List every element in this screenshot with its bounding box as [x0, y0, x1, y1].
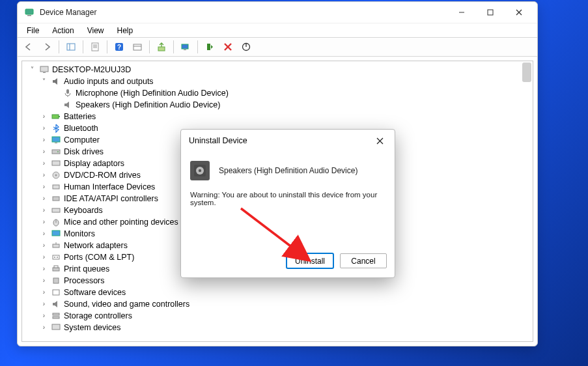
svg-rect-24 — [43, 72, 46, 73]
expand-icon[interactable]: › — [40, 125, 48, 132]
separator — [107, 40, 107, 53]
action-properties-button[interactable] — [129, 39, 146, 55]
svg-rect-55 — [52, 324, 60, 330]
back-button[interactable] — [20, 39, 37, 55]
svg-rect-33 — [52, 161, 60, 165]
display-icon — [51, 159, 61, 169]
expand-icon[interactable]: › — [40, 266, 48, 273]
maximize-button[interactable] — [476, 3, 505, 22]
expand-icon[interactable]: › — [40, 113, 48, 120]
expand-icon[interactable]: › — [40, 313, 48, 320]
svg-rect-17 — [182, 44, 188, 49]
help-button[interactable]: ? — [111, 39, 128, 55]
svg-text:?: ? — [117, 44, 121, 51]
uninstall-device-button[interactable] — [219, 39, 236, 55]
svg-rect-52 — [53, 290, 59, 295]
svg-rect-19 — [207, 44, 210, 50]
toolbar: ? — [18, 37, 537, 57]
expand-icon[interactable]: › — [40, 219, 48, 226]
update-driver-button[interactable] — [153, 39, 170, 55]
expand-icon[interactable]: › — [40, 254, 48, 261]
minimize-button[interactable] — [447, 3, 476, 22]
dialog-device-row: Speakers (High Definition Audio Device) — [190, 161, 385, 180]
close-button[interactable] — [505, 3, 533, 22]
enable-device-button[interactable] — [201, 39, 218, 55]
monitor-icon — [51, 229, 61, 239]
menu-view[interactable]: View — [82, 25, 109, 36]
expand-icon[interactable]: › — [40, 160, 48, 167]
svg-rect-23 — [40, 66, 48, 72]
expand-icon[interactable]: › — [40, 301, 48, 308]
tree-system-devices[interactable]: ›System devices — [40, 322, 533, 333]
svg-rect-18 — [184, 49, 186, 50]
menu-file[interactable]: File — [21, 25, 44, 36]
scan-hardware-button[interactable] — [177, 39, 194, 55]
separator — [173, 40, 174, 53]
battery-icon — [51, 112, 61, 122]
expand-icon[interactable]: › — [40, 148, 48, 156]
tree-software-devices[interactable]: ›Software devices — [40, 287, 533, 298]
collapse-icon[interactable]: ˅ — [29, 66, 36, 74]
optical-drive-icon — [51, 171, 61, 180]
show-hide-console-tree-button[interactable] — [63, 39, 79, 55]
cancel-button[interactable]: Cancel — [340, 253, 387, 268]
expand-icon[interactable]: › — [40, 195, 48, 203]
dialog-title: Uninstall Device — [189, 136, 247, 145]
svg-rect-29 — [52, 137, 60, 142]
titlebar: Device Manager — [18, 2, 537, 23]
separator — [197, 40, 198, 53]
svg-rect-1 — [27, 15, 31, 16]
printer-icon — [51, 264, 61, 274]
separator — [83, 40, 83, 53]
forward-button[interactable] — [38, 39, 55, 55]
system-icon — [51, 323, 61, 333]
svg-rect-8 — [92, 43, 98, 51]
svg-rect-50 — [54, 266, 58, 268]
expand-icon[interactable]: › — [40, 184, 48, 191]
svg-rect-6 — [67, 44, 75, 50]
tree-audio[interactable]: ˅ Audio inputs and outputs — [40, 76, 533, 87]
keyboard-icon — [51, 206, 61, 216]
dialog-device-name: Speakers (High Definition Audio Device) — [219, 166, 357, 175]
menu-action[interactable]: Action — [47, 25, 79, 36]
svg-rect-37 — [53, 197, 59, 201]
expand-icon[interactable]: › — [40, 172, 48, 179]
svg-point-60 — [199, 169, 201, 172]
svg-rect-27 — [52, 115, 59, 119]
tree-microphone[interactable]: Microphone (High Definition Audio Device… — [52, 87, 533, 99]
expand-icon[interactable]: › — [40, 231, 48, 238]
storage-icon — [51, 311, 61, 321]
expand-icon[interactable]: › — [40, 289, 48, 296]
scrollbar-thumb[interactable] — [522, 63, 531, 82]
tree-sound-video[interactable]: ›Sound, video and game controllers — [40, 298, 533, 310]
disable-device-button[interactable] — [238, 39, 255, 55]
menu-help[interactable]: Help — [112, 25, 139, 36]
tree-root-label: DESKTOP-M2UUJ3D — [52, 64, 131, 76]
svg-point-32 — [57, 151, 59, 152]
svg-rect-30 — [55, 143, 57, 143]
svg-rect-0 — [25, 9, 33, 14]
audio-icon — [51, 300, 61, 309]
uninstall-device-dialog: Uninstall Device Speakers (High Definiti… — [180, 129, 395, 278]
tree-batteries[interactable]: ›Batteries — [40, 111, 533, 122]
cpu-icon — [51, 276, 61, 286]
expand-icon[interactable]: › — [40, 207, 48, 214]
svg-point-35 — [55, 175, 57, 176]
tree-speakers[interactable]: Speakers (High Definition Audio Device) — [52, 99, 533, 111]
expand-icon[interactable]: › — [40, 277, 48, 285]
expand-icon[interactable]: › — [40, 242, 48, 249]
expand-icon[interactable]: › — [40, 137, 48, 144]
mouse-icon — [51, 218, 61, 227]
tree-storage-controllers[interactable]: ›Storage controllers — [40, 310, 533, 322]
dialog-close-button[interactable] — [370, 131, 389, 150]
uninstall-button[interactable]: Uninstall — [287, 253, 333, 268]
properties-button[interactable] — [87, 39, 104, 55]
svg-rect-54 — [53, 317, 59, 318]
separator — [149, 40, 150, 53]
tree-root[interactable]: ˅ DESKTOP-M2UUJ3D — [29, 64, 533, 76]
svg-rect-31 — [52, 150, 60, 154]
collapse-icon[interactable]: ˅ — [40, 78, 48, 85]
svg-rect-36 — [53, 185, 59, 189]
expand-icon[interactable]: › — [40, 324, 48, 331]
svg-point-47 — [54, 257, 55, 258]
